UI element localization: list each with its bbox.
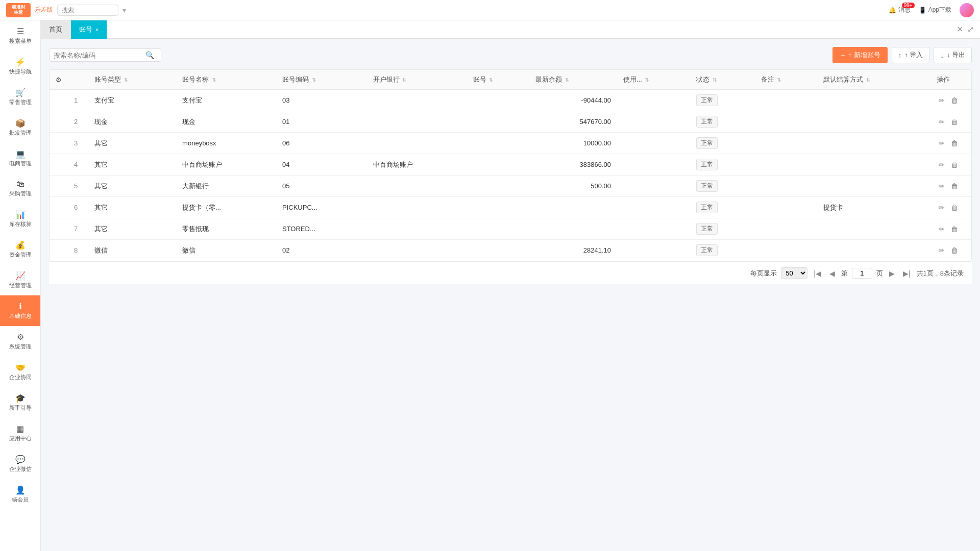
cell-balance: 383866.00 (529, 154, 617, 176)
delete-button[interactable]: 🗑 (949, 160, 960, 170)
cell-balance: 10000.00 (529, 133, 617, 154)
sidebar-item-search[interactable]: ☰ 搜索菜单 (0, 20, 40, 51)
import-button[interactable]: ↑ ↑ 导入 (892, 47, 930, 63)
sidebar-item-system[interactable]: ⚙ 系统管理 (0, 326, 40, 357)
topbar: 稳准时生意 乐差版 ▾ 🔔 消息 99+ 📱 App下载 (0, 0, 980, 20)
th-status[interactable]: 状态 ⇅ (690, 70, 755, 90)
export-button[interactable]: ↓ ↓ 导出 (934, 47, 972, 63)
cell-balance: 28241.10 (529, 240, 617, 261)
search-box[interactable]: 🔍 (49, 48, 161, 62)
edit-button[interactable]: ✏ (937, 138, 947, 148)
tab-close-icon[interactable]: ✕ (957, 24, 963, 34)
status-badge: 正常 (696, 244, 718, 256)
th-code[interactable]: 账号编码 ⇅ (276, 70, 367, 90)
th-account[interactable]: 账号 ⇅ (467, 70, 529, 90)
member-icon: 👤 (2, 485, 38, 495)
cell-status: 正常 (690, 154, 755, 176)
delete-button[interactable]: 🗑 (949, 245, 960, 256)
cell-settings (50, 176, 68, 197)
cell-num: 2 (68, 111, 88, 133)
cell-settings (50, 133, 68, 154)
sidebar-item-ecommerce[interactable]: 💻 电商管理 (0, 143, 40, 173)
sidebar-item-inventory[interactable]: 📊 库存核算 (0, 204, 40, 234)
main-layout: ☰ 搜索菜单 ⚡ 快捷导航 🛒 零售管理 📦 批发管理 💻 电商管理 🛍 采购管… (0, 20, 980, 551)
cell-type: 其它 (88, 154, 176, 176)
edit-button[interactable]: ✏ (937, 224, 947, 234)
sidebar-item-enterprise-wechat[interactable]: 💬 企业微信 (0, 448, 40, 479)
table-row: 8 微信 微信 02 28241.10 正常 ✏ 🗑 (50, 240, 971, 261)
sidebar-item-operations[interactable]: 📈 经营管理 (0, 265, 40, 295)
delete-button[interactable]: 🗑 (949, 95, 960, 106)
prev-page-button[interactable]: ◀ (827, 268, 837, 279)
sidebar-item-app-center[interactable]: ▦ 应用中心 (0, 418, 40, 448)
cell-name: 微信 (176, 240, 276, 261)
edit-button[interactable]: ✏ (937, 245, 947, 256)
sidebar-item-purchase[interactable]: 🛍 采购管理 (0, 173, 40, 204)
dropdown-icon[interactable]: ▾ (122, 6, 126, 14)
edit-button[interactable]: ✏ (937, 160, 947, 170)
sidebar-item-finance[interactable]: 💰 资金管理 (0, 234, 40, 265)
cell-name: moneybosx (176, 133, 276, 154)
cell-usage (617, 154, 690, 176)
cell-balance: 547670.00 (529, 111, 617, 133)
delete-button[interactable]: 🗑 (949, 224, 960, 234)
next-page-button[interactable]: ▶ (887, 268, 897, 279)
cell-action: ✏ 🗑 (930, 240, 971, 261)
th-bank[interactable]: 开户银行 ⇅ (367, 70, 467, 90)
delete-button[interactable]: 🗑 (949, 138, 960, 148)
edit-button[interactable]: ✏ (937, 203, 947, 213)
sidebar-item-wholesale[interactable]: 📦 批发管理 (0, 112, 40, 143)
page-size-select[interactable]: 50 20 100 (781, 267, 807, 279)
cell-settings (50, 90, 68, 111)
last-page-button[interactable]: ▶| (901, 268, 913, 279)
add-account-button[interactable]: ＋ + 新增账号 (832, 47, 888, 63)
edit-button[interactable]: ✏ (937, 95, 947, 106)
tab-close-button[interactable]: × (95, 27, 99, 33)
wholesale-icon: 📦 (2, 118, 38, 128)
page-number-input[interactable] (852, 268, 872, 279)
user-avatar[interactable] (960, 3, 974, 17)
cell-code: 02 (276, 240, 367, 261)
delete-button[interactable]: 🗑 (949, 203, 960, 213)
delete-button[interactable]: 🗑 (949, 181, 960, 191)
th-usage[interactable]: 使用... ⇅ (617, 70, 690, 90)
cell-bank (367, 111, 467, 133)
content-area: 首页 账号 × ✕ ⤢ 🔍 ＋ + (41, 20, 980, 551)
th-balance[interactable]: 最新余额 ⇅ (529, 70, 617, 90)
sidebar-item-guide[interactable]: 🎓 新手引导 (0, 387, 40, 418)
page-label-end: 页 (876, 269, 883, 278)
th-settings[interactable]: ⚙ (50, 70, 68, 90)
cell-account (467, 111, 529, 133)
th-default-payment[interactable]: 默认结算方式 ⇅ (817, 70, 930, 90)
tab-expand-icon[interactable]: ⤢ (967, 24, 974, 34)
table-row: 3 其它 moneybosx 06 10000.00 正常 ✏ 🗑 (50, 133, 971, 154)
th-name[interactable]: 账号名称 ⇅ (176, 70, 276, 90)
sidebar-item-quick-nav[interactable]: ⚡ 快捷导航 (0, 51, 40, 82)
sidebar-item-member[interactable]: 👤 畅会员 (0, 479, 40, 510)
edit-button[interactable]: ✏ (937, 117, 947, 127)
edit-button[interactable]: ✏ (937, 181, 947, 191)
cell-type: 其它 (88, 218, 176, 240)
first-page-button[interactable]: |◀ (812, 268, 823, 279)
top-search-input[interactable] (57, 5, 118, 16)
table-row: 4 其它 中百商场账户 04 中百商场账户 383866.00 正常 ✏ 🗑 (50, 154, 971, 176)
cell-default-payment (817, 218, 930, 240)
cell-code: 06 (276, 133, 367, 154)
search-input[interactable] (54, 52, 145, 59)
table: ⚙ 账号类型 ⇅ 账号名称 ⇅ 账号编码 ⇅ 开户银行 ⇅ 账号 ⇅ 最新余额 … (50, 70, 971, 261)
sidebar-item-basic-info[interactable]: ℹ 基础信息 (0, 295, 40, 326)
message-button[interactable]: 🔔 消息 99+ (889, 6, 911, 14)
tab-home[interactable]: 首页 (41, 20, 71, 39)
th-type[interactable]: 账号类型 ⇅ (88, 70, 176, 90)
tab-account[interactable]: 账号 × (71, 20, 107, 39)
cell-settings (50, 111, 68, 133)
sidebar-item-collab[interactable]: 🤝 企业协同 (0, 357, 40, 387)
sidebar-item-retail[interactable]: 🛒 零售管理 (0, 82, 40, 112)
inventory-icon: 📊 (2, 210, 38, 219)
cell-usage (617, 90, 690, 111)
retail-icon: 🛒 (2, 88, 38, 97)
delete-button[interactable]: 🗑 (949, 117, 960, 127)
th-remark[interactable]: 备注 ⇅ (755, 70, 817, 90)
app-download-button[interactable]: 📱 App下载 (919, 6, 951, 14)
status-badge: 正常 (696, 159, 718, 170)
